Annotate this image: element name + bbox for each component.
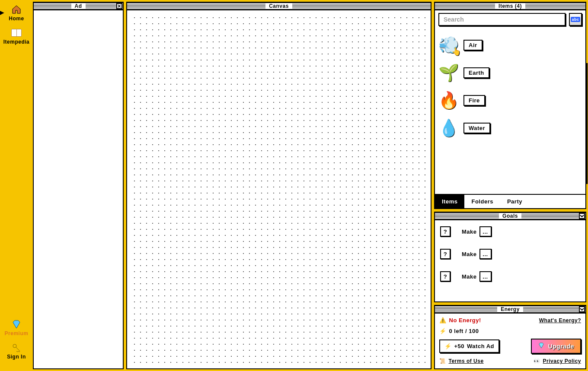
canvas-title: Canvas — [265, 3, 292, 9]
item-label: Fire — [463, 95, 485, 106]
energy-panel: Energy ⚠️ No Energy! What's Energy? ⚡ 0 … — [434, 305, 586, 369]
watch-ad-label: Watch Ad — [467, 343, 494, 349]
items-panel: Items (4) abc 💨👆 Air 🌱 Earth 🔥 — [434, 2, 586, 209]
goals-title: Goals — [499, 213, 521, 219]
goal-hint-button[interactable]: ? — [440, 249, 451, 259]
items-tabs: Items Folders Party — [435, 194, 585, 208]
goals-list: ? Make ... ? Make ... ? Make ... — [435, 220, 585, 288]
goal-item[interactable]: ? Make ... — [435, 220, 585, 243]
nav-home-label: Home — [9, 16, 24, 22]
goal-hint-button[interactable]: ? — [440, 271, 451, 282]
search-input[interactable] — [438, 13, 566, 26]
nav-caret-icon: ▶ — [0, 10, 4, 16]
warning-icon: ⚠️ — [439, 317, 447, 323]
cursor-icon: 👆 — [451, 47, 461, 56]
canvas-area[interactable] — [130, 13, 428, 366]
goal-verb: Make — [462, 251, 477, 257]
left-nav: ▶ Home Itempedia Premium — [0, 2, 33, 369]
watch-ad-button[interactable]: ⚡ +50 Watch Ad — [439, 339, 499, 353]
no-energy-text: No Energy! — [449, 317, 481, 323]
goal-target: ... — [479, 249, 492, 259]
book-icon — [10, 28, 22, 38]
energy-collapse-button[interactable] — [579, 306, 585, 312]
goal-verb: Make — [462, 273, 477, 280]
goals-panel: Goals ? Make ... ? Make ... ? Ma — [434, 212, 586, 302]
items-scrollbar[interactable] — [586, 63, 588, 184]
item-label: Air — [463, 40, 483, 51]
item-fire[interactable]: 🔥 Fire — [436, 86, 585, 114]
gem-icon — [538, 342, 545, 350]
item-label: Water — [463, 123, 490, 133]
canvas-panel: Canvas — [126, 2, 431, 369]
canvas-titlebar: Canvas — [127, 3, 431, 10]
bolt-icon: ⚡ — [439, 328, 447, 334]
nav-premium[interactable]: Premium — [5, 319, 29, 336]
item-earth[interactable]: 🌱 Earth — [436, 59, 585, 86]
energy-left-text: 0 left / 100 — [449, 328, 479, 334]
tab-items[interactable]: Items — [435, 195, 464, 208]
home-icon — [10, 4, 22, 15]
sort-button[interactable]: abc — [569, 13, 582, 26]
ad-titlebar: Ad — [34, 3, 123, 10]
earth-icon: 🌱 — [438, 62, 459, 83]
nav-itempedia-label: Itempedia — [3, 39, 30, 45]
ad-panel: Ad — [33, 2, 124, 369]
scroll-icon: 📜 — [439, 358, 446, 364]
goal-target: ... — [479, 226, 492, 237]
energy-titlebar: Energy — [435, 306, 585, 314]
air-icon: 💨👆 — [438, 35, 459, 55]
watch-ad-bonus: +50 — [454, 343, 465, 349]
item-water[interactable]: 💧 Water — [436, 114, 585, 142]
nav-premium-label: Premium — [5, 330, 29, 336]
goal-item[interactable]: ? Make ... — [435, 243, 585, 265]
item-label: Earth — [463, 67, 489, 78]
items-title: Items (4) — [495, 3, 525, 9]
goals-titlebar: Goals — [435, 212, 585, 220]
nav-signin-label: Sign In — [7, 354, 26, 360]
goals-collapse-button[interactable] — [579, 213, 585, 219]
upgrade-button[interactable]: Upgrade — [531, 339, 581, 354]
tab-folders[interactable]: Folders — [464, 195, 500, 208]
gem-icon — [10, 319, 22, 330]
whats-energy-link[interactable]: What's Energy? — [539, 317, 581, 323]
tab-party[interactable]: Party — [500, 195, 529, 208]
goal-item[interactable]: ? Make ... — [435, 265, 585, 288]
item-list: 💨👆 Air 🌱 Earth 🔥 Fire 💧 Water — [435, 29, 585, 194]
fire-icon: 🔥 — [438, 90, 459, 111]
nav-signin[interactable]: Sign In — [7, 342, 26, 360]
items-titlebar: Items (4) — [435, 3, 585, 10]
terms-link[interactable]: Terms of Use — [449, 358, 484, 364]
nav-itempedia[interactable]: Itempedia — [3, 28, 30, 45]
ad-close-button[interactable] — [116, 3, 122, 9]
ad-body — [34, 10, 123, 368]
eyes-icon: 👀 — [534, 358, 540, 364]
item-air[interactable]: 💨👆 Air — [436, 31, 585, 59]
upgrade-label: Upgrade — [548, 343, 574, 350]
water-icon: 💧 — [438, 117, 459, 138]
nav-home[interactable]: Home — [9, 4, 24, 22]
energy-title: Energy — [497, 306, 523, 312]
bolt-icon: ⚡ — [444, 343, 452, 349]
goal-target: ... — [479, 271, 492, 282]
privacy-link[interactable]: Privacy Policy — [543, 358, 581, 364]
key-icon — [10, 342, 22, 353]
sort-icon: abc — [571, 17, 580, 22]
goal-verb: Make — [462, 228, 477, 235]
goal-hint-button[interactable]: ? — [440, 226, 451, 237]
ad-title: Ad — [71, 3, 86, 9]
